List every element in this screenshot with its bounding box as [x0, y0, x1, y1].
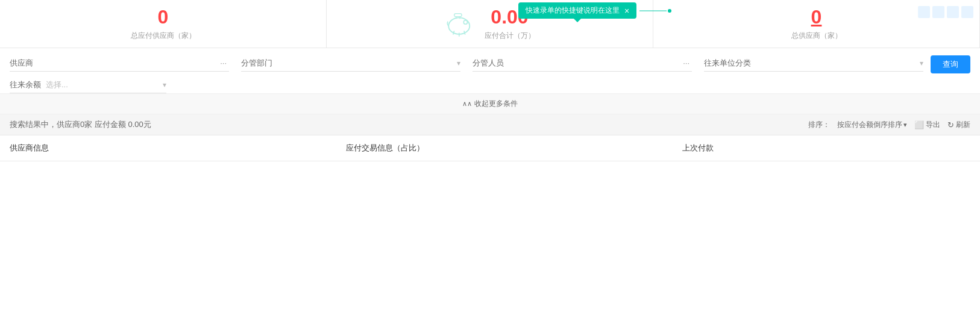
filter-row-1: 供应商 ··· 分管部门 ▾ 分管人员 ··· 往来单位分类 ▾ — [10, 55, 970, 73]
stats-bar: 0 总应付供应商（家） 0.00 应付合计（万） — [0, 0, 980, 48]
filter-supplier: 供应商 ··· — [10, 58, 229, 72]
col-payment-header: 上次付款 — [682, 143, 970, 153]
col-transaction-header: 应付交易信息（占比） — [346, 143, 682, 153]
dept-arrow-icon: ▾ — [457, 59, 460, 67]
refresh-label: 刷新 — [956, 120, 970, 130]
supplier-label: 供应商 — [10, 58, 40, 69]
collapse-up-icon: ∧∧ — [462, 100, 472, 108]
person-label: 分管人员 — [473, 58, 504, 69]
stat-label-total: 总供应商（家） — [791, 31, 842, 41]
balance-placeholder: 选择... — [46, 79, 163, 90]
sort-select[interactable]: 按应付会额倒序排序 ▾ — [837, 120, 907, 130]
dept-select[interactable]: ▾ — [277, 59, 460, 67]
result-info: 搜索结果中，供应商0家 应付金额 0.00元 — [10, 119, 808, 130]
stat-total-suppliers-payable: 0 总应付供应商（家） — [0, 0, 327, 48]
tooltip-bubble: 快速录单的快捷键说明在这里 × — [518, 2, 636, 19]
tooltip-dot — [667, 8, 673, 14]
supplier-dots[interactable]: ··· — [218, 58, 229, 67]
unit-category-arrow-icon: ▾ — [920, 59, 923, 67]
stat-total-suppliers: 0 总供应商（家） — [653, 0, 980, 48]
search-area: 供应商 ··· 分管部门 ▾ 分管人员 ··· 往来单位分类 ▾ — [0, 48, 980, 93]
tooltip-close-btn[interactable]: × — [624, 7, 629, 15]
sort-arrow-icon: ▾ — [903, 121, 907, 129]
collapse-text: ∧∧ 收起更多条件 — [462, 99, 518, 109]
dept-label: 分管部门 — [241, 58, 272, 69]
filter-row-2: 往来余额 选择... ▾ — [10, 79, 970, 93]
export-label: 导出 — [926, 120, 940, 130]
balance-arrow-icon: ▾ — [163, 81, 166, 89]
tooltip-line — [639, 10, 670, 11]
svg-line-7 — [463, 31, 465, 34]
table-body — [0, 161, 980, 282]
person-input[interactable] — [509, 58, 680, 67]
svg-line-5 — [453, 31, 454, 34]
export-icon: ⬜ — [914, 120, 924, 129]
sort-value: 按应付会额倒序排序 — [837, 120, 902, 130]
col-supplier-header: 供应商信息 — [10, 143, 346, 153]
tooltip-text: 快速录单的快捷键说明在这里 — [526, 5, 620, 16]
balance-label: 往来余额 — [10, 79, 41, 90]
refresh-button[interactable]: ↻ 刷新 — [947, 120, 970, 130]
filter-balance: 往来余额 选择... ▾ — [10, 79, 166, 93]
stat-label-payable-total: 应付合计（万） — [485, 31, 535, 41]
result-actions: 排序： 按应付会额倒序排序 ▾ ⬜ 导出 ↻ 刷新 — [808, 120, 970, 130]
table-header: 供应商信息 应付交易信息（占比） 上次付款 — [0, 135, 980, 161]
svg-point-1 — [463, 20, 467, 23]
unit-category-select[interactable]: ▾ — [756, 59, 923, 67]
piggy-icon — [445, 9, 475, 39]
supplier-input[interactable] — [45, 58, 218, 67]
stat-number-payable: 0 — [158, 7, 169, 28]
unit-category-label: 往来单位分类 — [704, 58, 751, 69]
export-button[interactable]: ⬜ 导出 — [914, 120, 940, 130]
person-dots[interactable]: ··· — [680, 58, 692, 67]
svg-rect-2 — [454, 13, 462, 16]
balance-select[interactable]: 选择... ▾ — [46, 79, 166, 90]
filter-person: 分管人员 ··· — [473, 58, 692, 72]
query-button[interactable]: 查询 — [931, 55, 970, 73]
refresh-icon: ↻ — [947, 120, 954, 129]
filter-dept: 分管部门 ▾ — [241, 58, 460, 72]
sort-label: 排序： — [808, 120, 830, 130]
stat-number-total: 0 — [811, 7, 822, 28]
collapse-bar[interactable]: ∧∧ 收起更多条件 — [0, 93, 980, 114]
stat-label-payable: 总应付供应商（家） — [131, 31, 196, 41]
filter-unit-category: 往来单位分类 ▾ — [704, 58, 923, 72]
collapse-label: 收起更多条件 — [474, 99, 518, 109]
result-bar: 搜索结果中，供应商0家 应付金额 0.00元 排序： 按应付会额倒序排序 ▾ ⬜… — [0, 114, 980, 135]
